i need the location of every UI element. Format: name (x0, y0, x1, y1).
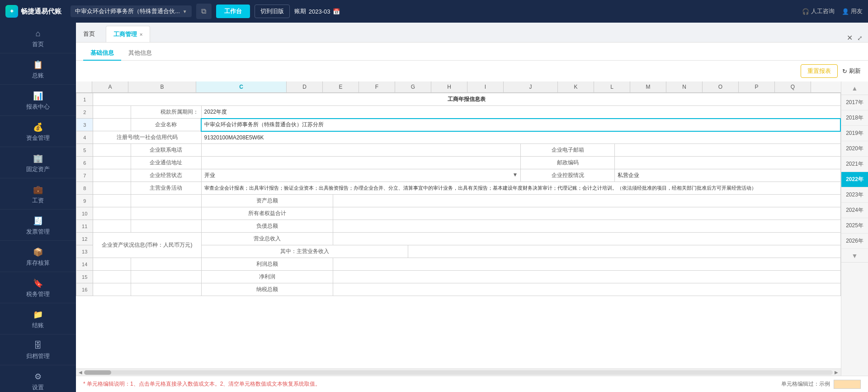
expand-icon[interactable]: ⤢ (857, 34, 863, 42)
cell-B16[interactable] (131, 283, 201, 296)
app-name: 畅捷通易代账 (21, 7, 61, 16)
cell-E15[interactable] (333, 271, 840, 283)
cell-B14[interactable] (131, 258, 201, 271)
cell-C12: 营业总收入 (201, 233, 333, 245)
sidebar-item-general-ledger[interactable]: 📋 总账 (0, 53, 76, 85)
cell-J5: 企业电子邮箱 (521, 144, 615, 157)
year-item-2020[interactable]: 2020年 (841, 141, 868, 157)
sidebar-item-inventory[interactable]: 📦 库存核算 (0, 241, 76, 272)
year-item-2024[interactable]: 2024年 (841, 203, 868, 218)
tab-close-icon[interactable]: × (140, 32, 142, 37)
sub-tab-label: 其他信息 (128, 49, 152, 56)
user-label: 用友 (851, 7, 863, 15)
cell-A15[interactable] (93, 271, 131, 283)
year-item-2018[interactable]: 2018年 (841, 110, 868, 126)
calendar-icon[interactable]: 📅 (333, 8, 340, 15)
cell-B9[interactable] (131, 195, 201, 207)
h-scroll-thumb[interactable] (84, 370, 111, 375)
cell-E12[interactable] (333, 233, 840, 245)
user-menu[interactable]: 👤 用友 (842, 7, 863, 15)
cell-A7[interactable] (93, 169, 131, 182)
cell-E11[interactable] (333, 220, 840, 233)
cell-A14[interactable] (93, 258, 131, 271)
year-item-2025[interactable]: 2025年 (841, 218, 868, 234)
sidebar-item-invoice[interactable]: 🧾 发票管理 (0, 210, 76, 241)
scroll-right-arrow[interactable]: ▶ (833, 369, 840, 376)
cell-B15[interactable] (131, 271, 201, 283)
cell-A10[interactable] (93, 207, 131, 220)
year-item-2021[interactable]: 2021年 (841, 157, 868, 172)
workbench-button[interactable]: 工作台 (216, 5, 250, 18)
tab-industrial-commerce[interactable]: 工商管理 × (106, 26, 150, 42)
table-toolbar: 重置报表 ↻ 刷新 (76, 61, 868, 81)
cell-E16[interactable] (333, 283, 840, 296)
cell-C2[interactable]: 2022年度 (201, 106, 840, 119)
sidebar-item-home[interactable]: ⌂ 首页 (0, 23, 76, 53)
cell-C4[interactable]: 91320100MA208E5W6K (201, 131, 840, 144)
table-row: 2 税款所属期间： 2022年度 (76, 106, 841, 119)
cell-A3[interactable] (93, 119, 131, 131)
table-row: 7 企业经营状态 开业 ▼ 企业控股情况 私营企业 (76, 169, 841, 182)
cell-A5[interactable] (93, 144, 131, 157)
year-item-2022[interactable]: 2022年 (841, 172, 868, 187)
cell-A6[interactable] (93, 157, 131, 169)
h-scroll[interactable]: ◀ ▶ (76, 368, 841, 376)
sidebar-item-report-center[interactable]: 📊 报表中心 (0, 85, 76, 116)
close-panel-icon[interactable]: ✕ (847, 33, 853, 42)
year-item-2023[interactable]: 2023年 (841, 187, 868, 203)
sub-tab-basic[interactable]: 基础信息 (83, 46, 121, 61)
cell-C3[interactable]: 中审众环会计师事务所（特殊普通合伙）江苏分所 (201, 119, 840, 131)
cell-A11[interactable] (93, 220, 131, 233)
cell-A2[interactable] (93, 106, 131, 119)
sidebar-item-tax[interactable]: 🔖 税务管理 (0, 272, 76, 303)
sub-tab-other[interactable]: 其他信息 (121, 46, 159, 61)
year-up-button[interactable]: ▲ (841, 81, 868, 95)
cell-A16[interactable] (93, 283, 131, 296)
row-num: 10 (76, 207, 93, 220)
bottom-bar: * 单元格编辑说明：1、点击单元格直接录入数值或文本。2、清空单元格数值或文本恢… (76, 376, 868, 392)
sidebar-item-archive[interactable]: 🗄 归档管理 (0, 335, 76, 365)
tab-home[interactable]: 首页 (76, 26, 102, 42)
cell-G13[interactable] (408, 245, 840, 258)
sidebar-item-label: 税务管理 (26, 290, 50, 298)
year-item-2017[interactable]: 2017年 (841, 95, 868, 110)
spreadsheet-container: A B C D E F G H I J K L M N O P Q (76, 81, 868, 376)
year-item-2026[interactable]: 2026年 (841, 234, 868, 249)
cell-E9[interactable] (333, 195, 840, 207)
cell-K5[interactable] (615, 144, 840, 157)
refresh-button[interactable]: ↻ 刷新 (842, 67, 861, 75)
sidebar-item-fixed-assets[interactable]: 🏢 固定资产 (0, 147, 76, 178)
cell-E10[interactable] (333, 207, 840, 220)
table-scroll[interactable]: 1 工商年报信息表 2 税款所属期间： 2022年度 3 (76, 93, 841, 368)
reset-report-button[interactable]: 重置报表 (801, 64, 838, 78)
sidebar-item-settings[interactable]: ⚙ 设置 (0, 365, 76, 392)
cell-C5[interactable] (201, 144, 521, 157)
year-down-button[interactable]: ▼ (841, 249, 868, 263)
year-panel: ▲ 2017年 2018年 2019年 2020年 2021年 2022年 20… (841, 81, 868, 376)
table-title-cell[interactable]: 工商年报信息表 (93, 93, 840, 106)
cell-B11[interactable] (131, 220, 201, 233)
sidebar: ⌂ 首页 📋 总账 📊 报表中心 💰 资金管理 🏢 固定资产 💼 工资 🧾 发票… (0, 23, 76, 392)
copy-icon[interactable]: ⧉ (196, 4, 212, 19)
cell-A9[interactable] (93, 195, 131, 207)
table-row: 12 企业资产状况信息(币种：人民币万元) 营业总收入 (76, 233, 841, 245)
h-scroll-track[interactable] (84, 370, 833, 375)
sidebar-item-payroll[interactable]: 💼 工资 (0, 178, 76, 210)
cell-C6[interactable] (201, 157, 521, 169)
table-row: 4 注册号/统一社会信用代码 91320100MA208E5W6K (76, 131, 841, 144)
company-selector[interactable]: 中审众环会计师事务所（特殊普通合伙... ▼ (71, 5, 192, 17)
old-version-button[interactable]: 切到旧版 (255, 5, 290, 18)
sidebar-item-capital[interactable]: 💰 资金管理 (0, 116, 76, 147)
table-row: 3 企业名称 中审众环会计师事务所（特殊普通合伙）江苏分所 (76, 119, 841, 131)
cell-E14[interactable] (333, 258, 840, 271)
cell-K7[interactable]: 私营企业 (615, 169, 840, 182)
cell-K6[interactable] (615, 157, 840, 169)
year-item-2019[interactable]: 2019年 (841, 126, 868, 141)
cell-C7[interactable]: 开业 ▼ (201, 169, 521, 182)
sidebar-item-close-account[interactable]: 📁 结账 (0, 303, 76, 335)
cell-C8[interactable]: 审查企业会计报表；出具审计报告；验证企业资本；出具验资报告；办理企业合并、分立、… (201, 182, 840, 195)
cell-B10[interactable] (131, 207, 201, 220)
scroll-left-arrow[interactable]: ◀ (77, 369, 84, 376)
cell-A8[interactable] (93, 182, 131, 195)
help-button[interactable]: 🎧 人工咨询 (802, 7, 835, 15)
